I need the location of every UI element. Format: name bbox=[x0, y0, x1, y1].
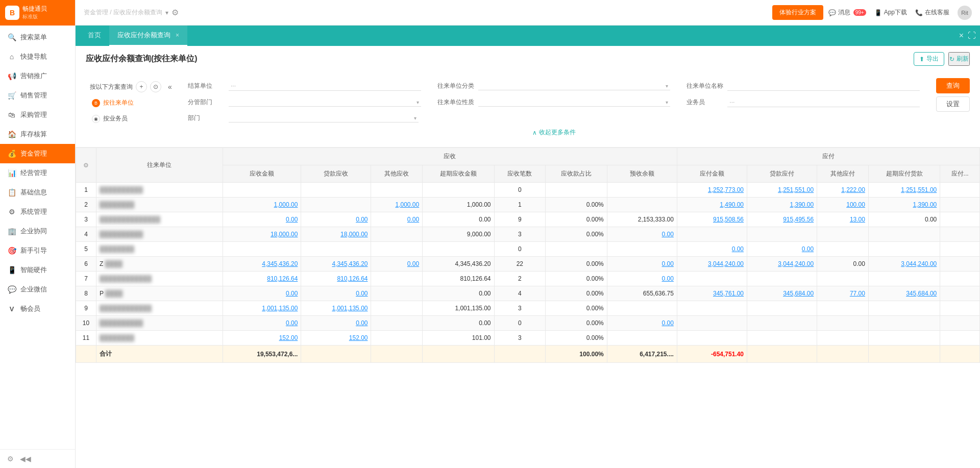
export-button[interactable]: ⬆ 导出 bbox=[914, 52, 944, 66]
cell-ar-amount[interactable]: 18,000.00 bbox=[223, 227, 301, 242]
cell-ar-loan[interactable]: 152.00 bbox=[301, 331, 371, 346]
scheme-settings-button[interactable]: ⊙ bbox=[150, 81, 161, 92]
laiwang-name-input[interactable] bbox=[727, 81, 920, 91]
sidebar-item-guide[interactable]: 🎯 新手引导 bbox=[0, 241, 75, 260]
tab-expand-icon[interactable]: ⛶ bbox=[968, 31, 976, 40]
cell-ar-amount[interactable]: 0.00 bbox=[223, 286, 301, 301]
sidebar-item-wechat[interactable]: 💬 企业微信 bbox=[0, 280, 75, 299]
cell-ap-loan[interactable]: 1,390.00 bbox=[747, 198, 817, 212]
cell-ar-advance[interactable]: 0.00 bbox=[607, 257, 677, 272]
cell-ar-loan[interactable]: 1,001,135.00 bbox=[301, 301, 371, 316]
cell-ar-loan[interactable]: 4,345,436.20 bbox=[301, 257, 371, 272]
cell-ap-overdue bbox=[868, 316, 940, 331]
sidebar-item-inventory[interactable]: 🏠 库存核算 bbox=[0, 125, 75, 144]
tab-home-label: 首页 bbox=[88, 31, 101, 40]
cell-ap-amount[interactable]: 1,490.00 bbox=[677, 198, 747, 212]
sidebar-item-marketing[interactable]: 📢 营销推广 bbox=[0, 66, 75, 86]
cell-ap-amount[interactable]: 345,761.00 bbox=[677, 286, 747, 301]
promo-button[interactable]: 体验行业方案 bbox=[772, 5, 823, 20]
cell-ap-other[interactable]: 1,222.00 bbox=[817, 183, 869, 198]
cell-ap-amount[interactable]: 915,508.56 bbox=[677, 212, 747, 227]
th-ar-ratio: 应收款占比 bbox=[546, 165, 607, 183]
cell-ar-amount[interactable]: 4,345,436.20 bbox=[223, 257, 301, 272]
cell-ar-advance[interactable]: 0.00 bbox=[607, 227, 677, 242]
cell-ar-count: 4 bbox=[494, 286, 546, 301]
cell-ar-other[interactable]: 0.00 bbox=[371, 212, 423, 227]
collapse-scheme-button[interactable]: « bbox=[164, 81, 176, 92]
cell-ap-overdue[interactable]: 1,390.00 bbox=[868, 198, 940, 212]
online-service-button[interactable]: 📞 在线客服 bbox=[915, 8, 949, 17]
cell-ar-loan[interactable]: 0.00 bbox=[301, 212, 371, 227]
message-badge: 99+ bbox=[853, 9, 866, 16]
th-settings[interactable]: ⚙ bbox=[76, 148, 96, 183]
sidebar-item-system[interactable]: ⚙ 系统管理 bbox=[0, 202, 75, 221]
cell-ar-loan[interactable]: 0.00 bbox=[301, 316, 371, 331]
cell-ar-amount[interactable]: 0.00 bbox=[223, 316, 301, 331]
collapse-conditions-button[interactable]: ∧ 收起更多条件 bbox=[180, 126, 928, 141]
cell-ap-loan[interactable]: 3,044,240.00 bbox=[747, 257, 817, 272]
cell-ap-loan[interactable]: 345,684.00 bbox=[747, 286, 817, 301]
dept-select[interactable]: ▾ bbox=[229, 114, 419, 122]
sidebar-item-hardware[interactable]: 📱 智能硬件 bbox=[0, 260, 75, 280]
cell-ap-other[interactable]: 100.00 bbox=[817, 198, 869, 212]
cell-ap-other[interactable]: 77.00 bbox=[817, 286, 869, 301]
table-settings-icon[interactable]: ⚙ bbox=[80, 159, 92, 171]
query-button[interactable]: 查询 bbox=[936, 78, 970, 93]
table-container[interactable]: ⚙ 往来单位 应收 应付 应收金额 贷款应收 其他应收 超期应收金额 应收笔数 … bbox=[76, 147, 980, 468]
fenguan-dept-chevron-icon: ▾ bbox=[416, 100, 419, 105]
sidebar-item-enterprise[interactable]: 🏢 企业协同 bbox=[0, 221, 75, 241]
settings-icon[interactable]: ⚙ bbox=[172, 8, 179, 17]
app-download-button[interactable]: 📱 App下载 bbox=[874, 8, 907, 17]
cell-ap-loan[interactable]: 915,495.56 bbox=[747, 212, 817, 227]
cell-ar-amount[interactable]: 810,126.64 bbox=[223, 272, 301, 286]
sidebar-item-member[interactable]: V 畅会员 bbox=[0, 299, 75, 318]
cell-ap-loan[interactable]: 1,251,551.00 bbox=[747, 183, 817, 198]
laiwang-classify-select[interactable]: ▾ bbox=[478, 82, 671, 90]
cell-ap-overdue[interactable]: 1,251,551.00 bbox=[868, 183, 940, 198]
cell-ap-loan[interactable]: 0.00 bbox=[747, 242, 817, 257]
jiesuan-unit-input[interactable]: ··· bbox=[229, 81, 421, 91]
cell-ar-other[interactable]: 0.00 bbox=[371, 257, 423, 272]
nav-by-salesperson[interactable]: ◉ 按业务员 bbox=[86, 111, 180, 126]
sidebar-item-management[interactable]: 📊 经营管理 bbox=[0, 163, 75, 183]
sidebar-item-basic-info[interactable]: 📋 基础信息 bbox=[0, 183, 75, 202]
sidebar-item-purchase[interactable]: 🛍 采购管理 bbox=[0, 105, 75, 125]
cell-ar-loan[interactable]: 0.00 bbox=[301, 286, 371, 301]
cell-ar-advance[interactable]: 0.00 bbox=[607, 316, 677, 331]
cell-ar-amount[interactable]: 1,000.00 bbox=[223, 198, 301, 212]
cell-ap-amount[interactable]: 0.00 bbox=[677, 242, 747, 257]
tab-ar-ap-close-icon[interactable]: × bbox=[176, 32, 179, 39]
cell-ar-loan[interactable]: 18,000.00 bbox=[301, 227, 371, 242]
cell-ap-amount[interactable]: 1,252,773.00 bbox=[677, 183, 747, 198]
cell-ar-advance[interactable]: 0.00 bbox=[607, 272, 677, 286]
set-button[interactable]: 设置 bbox=[936, 96, 970, 112]
cell-ar-other[interactable]: 1,000.00 bbox=[371, 198, 423, 212]
settings-bottom-icon[interactable]: ⚙ bbox=[7, 455, 14, 463]
refresh-button[interactable]: ↻ 刷新 bbox=[948, 52, 970, 66]
fenguan-dept-select[interactable]: ▾ bbox=[229, 98, 421, 107]
salesperson-select[interactable]: ··· bbox=[727, 97, 920, 107]
message-button[interactable]: 💬 消息 99+ bbox=[828, 8, 866, 17]
tab-ar-ap[interactable]: 应收应付余额查询 × bbox=[109, 26, 187, 46]
nav-by-partner[interactable]: B 按往来单位 bbox=[86, 95, 180, 110]
cell-ap-amount[interactable]: 3,044,240.00 bbox=[677, 257, 747, 272]
cell-ar-amount[interactable]: 0.00 bbox=[223, 212, 301, 227]
sidebar-item-capital[interactable]: 💰 资金管理 bbox=[0, 144, 75, 163]
collapse-sidebar-icon[interactable]: ◀◀ bbox=[20, 455, 31, 463]
tab-close-all-icon[interactable]: × bbox=[959, 31, 964, 40]
cell-ar-amount[interactable]: 152.00 bbox=[223, 331, 301, 346]
th-ar-loan: 贷款应收 bbox=[301, 165, 371, 183]
cell-ap-overdue[interactable]: 3,044,240.00 bbox=[868, 257, 940, 272]
cell-ar-amount[interactable]: 1,001,135.00 bbox=[223, 301, 301, 316]
collapse-label: 收起更多条件 bbox=[539, 128, 576, 137]
user-avatar[interactable]: Rit bbox=[958, 6, 972, 20]
add-scheme-button[interactable]: + bbox=[136, 81, 147, 92]
cell-ar-loan[interactable]: 810,126.64 bbox=[301, 272, 371, 286]
cell-ap-other[interactable]: 13.00 bbox=[817, 212, 869, 227]
sidebar-item-quick-nav[interactable]: ⌂ 快捷导航 bbox=[0, 47, 75, 66]
cell-ap-overdue[interactable]: 345,684.00 bbox=[868, 286, 940, 301]
tab-home[interactable]: 首页 bbox=[80, 26, 109, 46]
sidebar-item-search-menu[interactable]: 🔍 搜索菜单 bbox=[0, 28, 75, 47]
laiwang-nature-select[interactable]: ▾ bbox=[478, 98, 671, 107]
sidebar-item-sales[interactable]: 🛒 销售管理 bbox=[0, 86, 75, 105]
